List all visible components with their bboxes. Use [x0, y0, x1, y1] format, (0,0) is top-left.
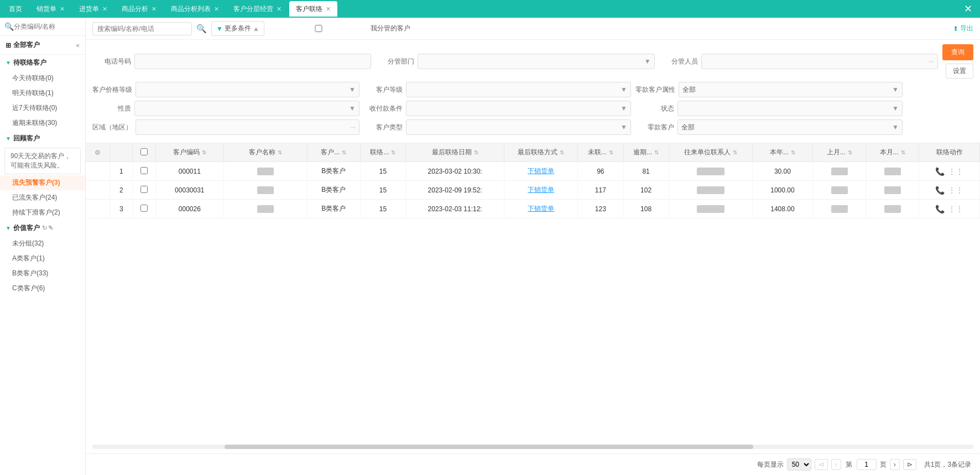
- region-select[interactable]: ···: [135, 119, 359, 135]
- sidebar-item-7days[interactable]: 近7天待联络(0): [0, 101, 85, 116]
- sort-icon[interactable]: ⇅: [733, 149, 737, 155]
- next-page-button[interactable]: ›: [890, 459, 900, 470]
- th-unlinked: 未联... ⇅: [578, 143, 623, 162]
- scrollbar-thumb[interactable]: [225, 445, 753, 449]
- tab-product-list[interactable]: 商品分析列表 ✕: [164, 1, 226, 17]
- close-icon[interactable]: ✕: [152, 6, 157, 13]
- horizontal-scrollbar[interactable]: [86, 440, 980, 453]
- scrollbar-track[interactable]: [92, 445, 973, 449]
- page-size-select[interactable]: 50: [787, 458, 811, 471]
- last-way-link[interactable]: 下销货单: [528, 186, 554, 194]
- my-customer-checkbox[interactable]: [269, 25, 368, 32]
- filter-search-icon[interactable]: 🔍: [196, 24, 207, 34]
- sort-icon[interactable]: ⇅: [474, 149, 478, 155]
- customer-level-select[interactable]: ▼: [406, 82, 631, 97]
- tab-customer-layer[interactable]: 客户分层经营 ✕: [227, 1, 288, 17]
- select-all-checkbox[interactable]: [140, 148, 148, 155]
- td-checkbox[interactable]: [133, 181, 155, 200]
- prev-page-button[interactable]: ‹: [831, 459, 841, 470]
- close-icon[interactable]: ✕: [60, 6, 65, 13]
- sidebar-item-overdue-uncontacted[interactable]: 逾期未联络(30): [0, 116, 85, 131]
- window-close-icon[interactable]: ✕: [958, 3, 978, 15]
- dept-select[interactable]: ▼: [418, 54, 654, 69]
- edit-icon[interactable]: ✎: [48, 225, 53, 232]
- row-checkbox[interactable]: [140, 167, 148, 174]
- sort-icon[interactable]: ⇅: [791, 149, 795, 155]
- th-checkbox[interactable]: [133, 143, 155, 162]
- last-way-link[interactable]: 下销货单: [528, 167, 554, 175]
- blurred-tm: [884, 205, 901, 213]
- sidebar-all-customers[interactable]: ⊞ 全部客户 «: [0, 36, 85, 55]
- gender-select[interactable]: ▼: [134, 101, 359, 116]
- customer-type-select[interactable]: ▼: [406, 119, 631, 135]
- sort-icon[interactable]: ⇅: [901, 149, 905, 155]
- td-unit-contact: [669, 200, 752, 218]
- sidebar-item-class-a[interactable]: A类客户(1): [0, 251, 85, 266]
- query-button[interactable]: 查询: [942, 44, 973, 60]
- more-action-icon[interactable]: ⋮⋮: [948, 167, 963, 176]
- sort-icon[interactable]: ⇅: [278, 149, 282, 155]
- zero-attr-select[interactable]: 全部 ▼: [679, 82, 903, 97]
- sort-icon[interactable]: ⇅: [848, 149, 852, 155]
- last-way-link[interactable]: 下销货单: [528, 205, 554, 212]
- collapse-icon[interactable]: «: [76, 41, 80, 49]
- export-button[interactable]: ⬆ 导出: [953, 24, 973, 33]
- my-customer-checkbox-container[interactable]: 我分管的客户: [269, 24, 410, 33]
- settings-gear-icon[interactable]: ⚙: [95, 149, 101, 156]
- sidebar-item-ungrouped[interactable]: 未分组(32): [0, 236, 85, 251]
- sort-icon[interactable]: ⇅: [609, 149, 613, 155]
- sidebar-item-churn-warning[interactable]: 流失预警客户(3): [0, 175, 85, 190]
- tab-home[interactable]: 首页: [2, 1, 29, 17]
- td-thisyear: 1408.00: [752, 200, 813, 218]
- sidebar-item-class-c[interactable]: C类客户(6): [0, 281, 85, 296]
- sidebar-group-review[interactable]: ▼ 回顾客户: [0, 131, 85, 147]
- page-size-label: 每页显示: [757, 460, 784, 469]
- first-page-button[interactable]: ⊲: [815, 459, 828, 470]
- tab-sales[interactable]: 销货单 ✕: [30, 1, 71, 17]
- td-checkbox[interactable]: [133, 200, 155, 218]
- phone-icon[interactable]: 📞: [935, 186, 945, 195]
- payment-select[interactable]: ▼: [406, 101, 631, 116]
- sort-icon[interactable]: ⇅: [560, 149, 564, 155]
- settings-button[interactable]: 设置: [946, 64, 973, 79]
- phone-input[interactable]: [134, 54, 371, 69]
- sidebar-item-declining[interactable]: 持续下滑客户(2): [0, 205, 85, 220]
- close-icon[interactable]: ✕: [214, 6, 219, 13]
- th-settings[interactable]: ⚙: [86, 143, 110, 162]
- filter-row-2: 客户价格等级 ▼ 客户等级 ▼ 零款客户属性 全部: [92, 82, 973, 97]
- main-layout: 🔍 ⊞ 全部客户 « ▼ 待联络客户 今天待联络(0) 明天待联络(1) 近7天…: [0, 18, 980, 475]
- sort-icon[interactable]: ⇅: [342, 149, 346, 155]
- page-number-input[interactable]: [857, 459, 877, 470]
- sidebar-search-input[interactable]: [14, 23, 86, 30]
- refresh-icon[interactable]: ↻: [42, 225, 47, 232]
- more-action-icon[interactable]: ⋮⋮: [948, 205, 963, 213]
- sidebar-group-pending[interactable]: ▼ 待联络客户: [0, 55, 85, 71]
- row-checkbox[interactable]: [140, 205, 148, 212]
- sidebar-item-class-b[interactable]: B类客户(33): [0, 266, 85, 281]
- row-checkbox[interactable]: [140, 186, 148, 193]
- sort-icon[interactable]: ⇅: [654, 149, 659, 155]
- more-action-icon[interactable]: ⋮⋮: [948, 186, 963, 195]
- tab-customer-contact[interactable]: 客户联络 ✕: [289, 1, 337, 17]
- sort-icon[interactable]: ⇅: [202, 149, 206, 155]
- tab-purchase[interactable]: 进货单 ✕: [72, 1, 114, 17]
- phone-icon[interactable]: 📞: [935, 167, 945, 176]
- sidebar-group-value[interactable]: ▼ 价值客户 ↻ ✎: [0, 220, 85, 236]
- close-icon[interactable]: ✕: [277, 6, 282, 13]
- more-filter-button[interactable]: ▼ 更多条件 ▲: [211, 21, 264, 36]
- manager-select[interactable]: ···: [701, 54, 938, 69]
- last-page-button[interactable]: ⊳: [903, 459, 916, 470]
- price-level-select[interactable]: ▼: [135, 82, 359, 97]
- tab-product-analysis[interactable]: 商品分析 ✕: [115, 1, 163, 17]
- close-icon[interactable]: ✕: [102, 6, 107, 13]
- sidebar-item-today[interactable]: 今天待联络(0): [0, 71, 85, 86]
- status-select[interactable]: ▼: [677, 101, 903, 116]
- close-icon[interactable]: ✕: [326, 6, 331, 13]
- phone-icon[interactable]: 📞: [935, 205, 945, 213]
- sidebar-item-tomorrow[interactable]: 明天待联络(1): [0, 86, 85, 101]
- td-checkbox[interactable]: [133, 162, 155, 181]
- sidebar-item-churned[interactable]: 已流失客户(24): [0, 190, 85, 205]
- zero-customer-select[interactable]: 全部 ▼: [677, 119, 903, 135]
- search-input[interactable]: [92, 22, 192, 35]
- sort-icon[interactable]: ⇅: [391, 149, 395, 155]
